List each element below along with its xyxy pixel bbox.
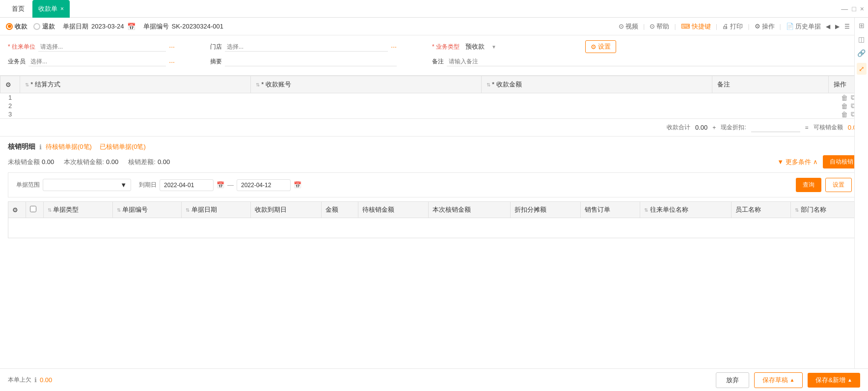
store-input[interactable] <box>225 42 388 52</box>
tab-active[interactable]: 收款单 × <box>32 0 70 18</box>
delete-icon-3[interactable]: 🗑 <box>841 111 848 118</box>
sidebar-icon-3[interactable]: 🔗 <box>857 49 866 57</box>
row-remark-3[interactable] <box>712 110 828 118</box>
row-settlement-1[interactable] <box>20 93 251 102</box>
row-account-2[interactable] <box>250 102 481 110</box>
row-num-1: 1 <box>0 93 20 102</box>
tab-bar: 首页 收款单 × — □ × <box>0 0 868 18</box>
row-account-3[interactable] <box>250 110 481 118</box>
store-field: 门店 ··· <box>210 42 397 52</box>
select-all-checkbox[interactable] <box>30 206 36 212</box>
radio-circle-receipt <box>6 23 13 30</box>
video-icon: ⊙ <box>619 23 624 30</box>
discard-button[interactable]: 放弃 <box>716 372 749 388</box>
calendar-icon[interactable]: 📅 <box>127 23 136 30</box>
delete-icon-1[interactable]: 🗑 <box>841 94 848 102</box>
salesperson-more-icon[interactable]: ··· <box>169 58 175 66</box>
sidebar-icon-4[interactable]: ⤢ <box>857 63 867 75</box>
shortcut-btn[interactable]: ⌨ 快捷键 <box>681 22 711 31</box>
form-row-1: * 往来单位 ··· 门店 ··· * 业务类型 预收款 ▼ ⚙ 设置 <box>8 40 860 53</box>
counterpart-input[interactable] <box>38 42 166 52</box>
history-btn[interactable]: 📄 历史单据 <box>786 22 821 31</box>
delete-icon-2[interactable]: 🗑 <box>841 102 848 110</box>
close-icon[interactable]: × <box>860 5 864 13</box>
salesperson-field: 业务员 ··· <box>8 57 175 66</box>
section-tabs: 待核销单据(0笔) 已核销单据(0笔) <box>46 142 146 151</box>
date-to-input[interactable] <box>237 179 291 191</box>
radio-group: 收款 退款 <box>6 22 55 31</box>
row-num-2: 2 <box>0 102 20 110</box>
remark-input[interactable] <box>447 57 860 66</box>
help-icon: ⊙ <box>650 23 655 30</box>
tab-close-icon[interactable]: × <box>60 5 64 12</box>
business-type-arrow-icon[interactable]: ▼ <box>491 44 496 50</box>
col-account: ⇅ * 收款账号 <box>250 76 481 93</box>
table-row: 1 🗑 ⧉ <box>0 93 868 102</box>
nav-next-btn[interactable]: ▶ <box>835 23 840 30</box>
shortcut-icon: ⌨ <box>681 23 690 30</box>
tab-pending[interactable]: 待核销单据(0笔) <box>46 142 92 151</box>
query-btn[interactable]: 查询 <box>796 178 821 192</box>
list-view-btn[interactable]: ☰ <box>844 23 850 30</box>
bth-checkbox[interactable] <box>26 202 44 218</box>
right-sidebar: ⊞ ◫ 🔗 ⤢ <box>854 18 868 391</box>
range-select[interactable]: ▼ <box>43 179 131 191</box>
bth-dept: ⇅ 部门名称 <box>791 202 860 218</box>
info-icon[interactable]: ℹ <box>39 143 42 151</box>
counterpart-more-icon[interactable]: ··· <box>169 43 175 51</box>
row-amount-3[interactable] <box>481 110 712 118</box>
settings-button[interactable]: ⚙ 设置 <box>585 40 616 53</box>
sidebar-icon-2[interactable]: ◫ <box>858 35 865 43</box>
radio-item-refund[interactable]: 退款 <box>33 22 55 31</box>
minimize-icon[interactable]: — <box>841 5 848 13</box>
row-amount-2[interactable] <box>481 102 712 110</box>
summary-row: 收款合计 0.00 + 现金折扣: = 可核销金额 0.00 <box>0 118 868 137</box>
operation-btn[interactable]: ⚙ 操作 <box>755 22 775 31</box>
bth-employee: 员工名称 <box>732 202 791 218</box>
sidebar-icon-1[interactable]: ⊞ <box>859 22 865 29</box>
bth-doc-num: ⇅ 单据编号 <box>112 202 182 218</box>
bth-discount: 折扣分摊额 <box>510 202 581 218</box>
remark-field: 备注 <box>432 57 860 66</box>
more-filter-btn[interactable]: ▼ 更多条件 ∧ <box>777 158 818 167</box>
summary-input[interactable] <box>225 57 397 66</box>
cal-icon-from[interactable]: 📅 <box>217 181 224 189</box>
video-btn[interactable]: ⊙ 视频 <box>619 22 638 31</box>
maximize-icon[interactable]: □ <box>852 5 856 13</box>
cal-icon-to[interactable]: 📅 <box>294 181 301 189</box>
tab-completed[interactable]: 已核销单据(0笔) <box>100 142 146 151</box>
save-new-button[interactable]: 保存&新增 ▲ <box>808 373 860 388</box>
footer-info-icon[interactable]: ℹ <box>34 376 37 384</box>
save-draft-button[interactable]: 保存草稿 ▲ <box>754 372 803 388</box>
print-btn[interactable]: 🖨 打印 <box>722 22 743 31</box>
row-settlement-2[interactable] <box>20 102 251 110</box>
nav-prev-btn[interactable]: ◀ <box>826 23 830 30</box>
col-gear[interactable]: ⚙ <box>0 76 20 93</box>
discount-input[interactable] <box>751 123 800 132</box>
tab-home[interactable]: 首页 <box>4 0 32 18</box>
save-draft-arrow-icon: ▲ <box>790 377 795 383</box>
section-title: 核销明细 ℹ 待核销单据(0笔) 已核销单据(0笔) <box>8 142 860 151</box>
unchecked-stat: 未核销金额 0.00 <box>8 158 54 167</box>
row-account-1[interactable] <box>250 93 481 102</box>
bottom-table: ⚙ ⇅ 单据类型 ⇅ 单据编号 ⇅ 单据日期 <box>8 201 860 238</box>
save-new-arrow-icon: ▲ <box>847 377 852 383</box>
bth-sales-order: 销售订单 <box>581 202 640 218</box>
bth-gear[interactable]: ⚙ <box>8 202 26 218</box>
date-from-input[interactable] <box>160 179 214 191</box>
row-remark-2[interactable] <box>712 102 828 110</box>
search-settings-btn[interactable]: 设置 <box>825 178 852 192</box>
help-btn[interactable]: ⊙ 帮助 <box>650 22 669 31</box>
row-remark-1[interactable] <box>712 93 828 102</box>
bth-counterpart: ⇅ 往来单位名称 <box>640 202 732 218</box>
store-more-icon[interactable]: ··· <box>391 43 397 51</box>
range-field: 单据范围 ▼ <box>16 179 131 191</box>
receipts-table: ⚙ ⇅ * 结算方式 ⇅ * 收款账号 ⇅ * 收款金额 <box>0 76 868 118</box>
bth-doc-type: ⇅ 单据类型 <box>44 202 113 218</box>
row-settlement-3[interactable] <box>20 110 251 118</box>
radio-item-receipt[interactable]: 收款 <box>6 22 27 31</box>
form-area: * 往来单位 ··· 门店 ··· * 业务类型 预收款 ▼ ⚙ 设置 <box>0 35 868 76</box>
radio-circle-refund <box>33 23 40 30</box>
salesperson-input[interactable] <box>28 57 166 66</box>
row-amount-1[interactable] <box>481 93 712 102</box>
